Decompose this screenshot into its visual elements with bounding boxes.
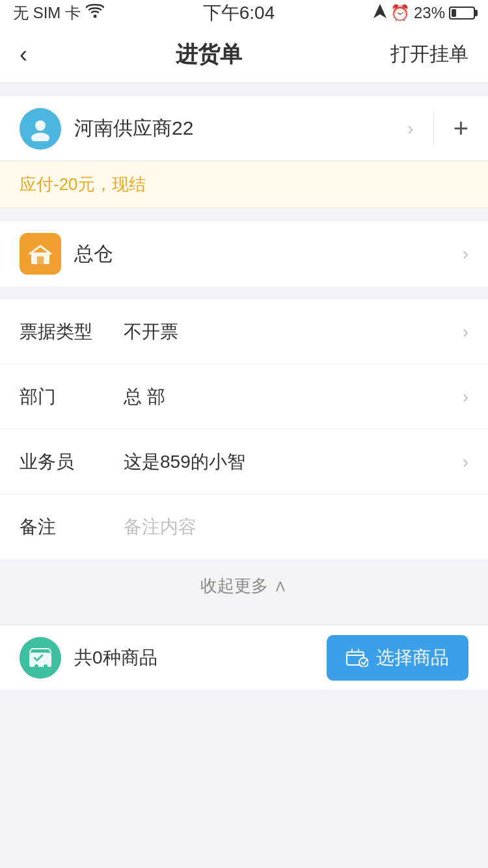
open-pending-button[interactable]: 打开挂单 bbox=[390, 41, 468, 68]
collapse-label: 收起更多 ∧ bbox=[200, 575, 287, 597]
page-title: 进货单 bbox=[176, 40, 242, 70]
remark-label: 备注 bbox=[20, 515, 111, 539]
gap-3 bbox=[0, 286, 488, 299]
invoice-type-row[interactable]: 票据类型 不开票 › bbox=[0, 299, 488, 364]
department-value: 总 部 bbox=[111, 385, 463, 409]
gap-2 bbox=[0, 208, 488, 221]
notice-bar: 应付-20元，现结 bbox=[0, 161, 488, 208]
carrier-label: 无 SIM 卡 bbox=[13, 3, 81, 23]
bottom-bar: 共0种商品 选择商品 bbox=[0, 625, 488, 690]
department-row[interactable]: 部门 总 部 › bbox=[0, 364, 488, 429]
warehouse-row[interactable]: 总仓 › bbox=[0, 221, 488, 286]
status-left: 无 SIM 卡 bbox=[13, 3, 104, 23]
location-icon bbox=[373, 4, 386, 22]
invoice-type-label: 票据类型 bbox=[20, 319, 111, 344]
nav-bar: ‹ 进货单 打开挂单 bbox=[0, 26, 488, 83]
department-chevron-icon: › bbox=[463, 387, 468, 407]
warehouse-label: 总仓 bbox=[74, 241, 463, 267]
supplier-chevron-icon: › bbox=[407, 118, 413, 139]
svg-point-9 bbox=[359, 658, 368, 667]
svg-point-6 bbox=[34, 664, 38, 668]
wifi-icon bbox=[86, 4, 104, 22]
product-icon-wrap bbox=[20, 637, 61, 679]
supplier-row[interactable]: 河南供应商22 › + bbox=[0, 96, 488, 161]
supplier-divider bbox=[433, 113, 434, 145]
supplier-name: 河南供应商22 bbox=[74, 115, 407, 142]
remark-placeholder: 备注内容 bbox=[111, 515, 468, 539]
invoice-type-chevron-icon: › bbox=[463, 321, 468, 342]
select-product-label: 选择商品 bbox=[376, 645, 449, 670]
svg-point-0 bbox=[94, 15, 97, 18]
status-bar: 无 SIM 卡 下午6:04 ⏰ 23% bbox=[0, 0, 488, 26]
svg-point-7 bbox=[44, 664, 47, 668]
invoice-type-value: 不开票 bbox=[111, 319, 463, 344]
status-time: 下午6:04 bbox=[203, 1, 275, 25]
department-label: 部门 bbox=[20, 385, 111, 409]
back-button[interactable]: ‹ bbox=[20, 41, 27, 68]
salesman-chevron-icon: › bbox=[463, 452, 468, 472]
svg-rect-4 bbox=[37, 256, 44, 264]
warehouse-chevron-icon: › bbox=[463, 243, 468, 264]
product-count: 共0种商品 bbox=[74, 645, 327, 670]
battery-percent: 23% bbox=[414, 4, 445, 22]
salesman-value: 这是859的小智 bbox=[111, 450, 463, 474]
notice-text: 应付-20元，现结 bbox=[20, 174, 146, 194]
add-supplier-button[interactable]: + bbox=[454, 114, 468, 143]
warehouse-icon-wrap bbox=[20, 233, 61, 275]
gap-4 bbox=[0, 612, 488, 625]
svg-point-1 bbox=[35, 120, 46, 131]
supplier-avatar bbox=[20, 108, 61, 150]
gap-1 bbox=[0, 83, 488, 96]
alarm-icon: ⏰ bbox=[390, 4, 410, 22]
salesman-label: 业务员 bbox=[20, 450, 111, 474]
svg-point-2 bbox=[31, 133, 49, 141]
collapse-row[interactable]: 收起更多 ∧ bbox=[0, 560, 488, 612]
battery-icon bbox=[449, 7, 475, 20]
svg-rect-5 bbox=[29, 653, 51, 667]
form-section: 票据类型 不开票 › 部门 总 部 › 业务员 这是859的小智 › 备注 备注… bbox=[0, 299, 488, 560]
status-right: ⏰ 23% bbox=[373, 4, 475, 22]
select-product-button[interactable]: 选择商品 bbox=[327, 635, 468, 681]
salesman-row[interactable]: 业务员 这是859的小智 › bbox=[0, 429, 488, 495]
remark-row[interactable]: 备注 备注内容 bbox=[0, 495, 488, 560]
